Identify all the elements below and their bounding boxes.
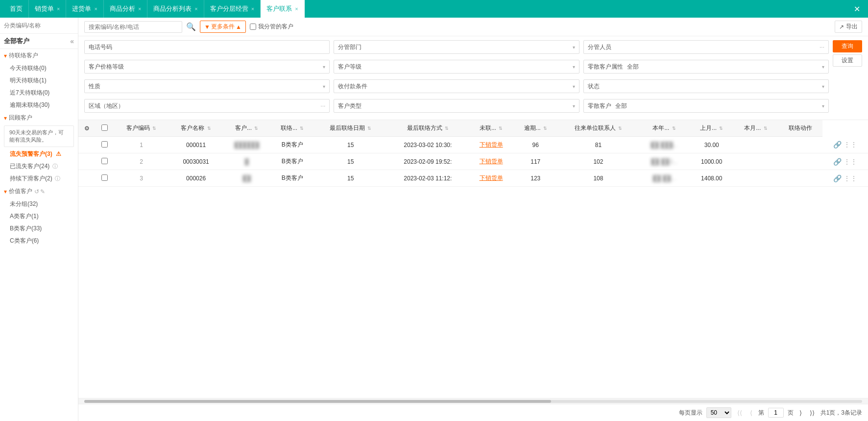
customer-level-arrow-icon: ▾ bbox=[573, 64, 575, 70]
checkbox-col-header[interactable] bbox=[96, 120, 114, 137]
tab-product-analysis[interactable]: 商品分析 × bbox=[104, 0, 147, 18]
overdue-col-header[interactable]: 逾期... ⇅ bbox=[513, 120, 557, 137]
sidebar-lost-customers[interactable]: ▾ 回顾客户 bbox=[0, 111, 78, 124]
page-number-input[interactable] bbox=[768, 408, 784, 418]
nature-field[interactable]: 性质 ▾ bbox=[84, 79, 330, 93]
sidebar-item-overdue-pending[interactable]: 逾期未联络(30) bbox=[0, 99, 78, 111]
prev-page-button[interactable]: ⟨ bbox=[748, 408, 754, 418]
sidebar-collapse-btn[interactable]: « bbox=[70, 37, 74, 45]
tab-customer-layer[interactable]: 客户分层经营 × bbox=[204, 0, 261, 18]
customer-level-field[interactable]: 客户等级 ▾ bbox=[334, 60, 579, 74]
sidebar-all-customers[interactable]: 全部客户 « bbox=[0, 34, 78, 49]
refresh-icon[interactable]: ↺ bbox=[34, 188, 39, 195]
next-page-button[interactable]: ⟩ bbox=[797, 408, 804, 418]
close-customer-contact-tab[interactable]: × bbox=[295, 6, 298, 12]
filter-search-input[interactable] bbox=[84, 21, 182, 33]
phone-input[interactable] bbox=[116, 44, 325, 50]
last-date-col-header[interactable]: 最后联络日期 ⇅ bbox=[314, 120, 387, 137]
area-field[interactable]: 区域（地区） ··· bbox=[84, 99, 330, 113]
select-all-checkbox[interactable] bbox=[101, 124, 108, 131]
row-checkbox-cell[interactable] bbox=[96, 137, 114, 153]
dept-field[interactable]: 分管部门 ▾ bbox=[334, 40, 579, 54]
close-sales-tab[interactable]: × bbox=[57, 6, 60, 12]
query-button[interactable]: 查询 bbox=[833, 40, 862, 52]
contact-col-header[interactable]: 联络... ⇅ bbox=[270, 120, 314, 137]
level-col-header[interactable]: 客户... ⇅ bbox=[223, 120, 270, 137]
not-contacted-col-header[interactable]: 未联... ⇅ bbox=[469, 120, 513, 137]
sidebar-item-ungrouped[interactable]: 未分组(32) bbox=[0, 198, 78, 210]
row-action-menu-1[interactable]: ⋮⋮ bbox=[844, 158, 857, 166]
row-action-link-0[interactable]: 🔗 bbox=[833, 141, 842, 149]
row-checkbox-0[interactable] bbox=[101, 141, 108, 148]
customer-type-field[interactable]: 客户类型 ▾ bbox=[334, 99, 579, 113]
close-customer-layer-tab[interactable]: × bbox=[251, 6, 254, 12]
row-checkbox-cell[interactable] bbox=[96, 170, 114, 187]
person-field[interactable]: 分管人员 ··· bbox=[583, 40, 829, 54]
sidebar-search-input[interactable] bbox=[4, 22, 77, 29]
status-field[interactable]: 状态 ▾ bbox=[583, 79, 829, 93]
payment-field[interactable]: 收付款条件 ▾ bbox=[334, 79, 579, 93]
name-col-header[interactable]: 客户名称 ⇅ bbox=[169, 120, 223, 137]
row-action-link-2[interactable]: 🔗 bbox=[833, 174, 842, 182]
sidebar-item-7days-pending[interactable]: 近7天待联络(0) bbox=[0, 87, 78, 99]
tab-customer-contact[interactable]: 客户联系 × bbox=[261, 0, 304, 18]
sidebar-item-c-class[interactable]: C类客户(6) bbox=[0, 235, 78, 247]
row-last-method-2[interactable]: 下销货单 bbox=[469, 170, 513, 187]
edit-icon[interactable]: ✎ bbox=[40, 188, 45, 195]
sidebar: 🔍 全部客户 « ▾ 待联络客户 今天待联络(0) 明天待联络(1) 近7天待联… bbox=[0, 18, 78, 421]
sidebar-pending-contact[interactable]: ▾ 待联络客户 bbox=[0, 49, 78, 62]
retail-customer-field[interactable]: 零散客户 全部 ▾ bbox=[583, 99, 829, 113]
code-col-header[interactable]: 客户编码 ⇅ bbox=[114, 120, 169, 137]
tab-purchase[interactable]: 进货单 × bbox=[66, 0, 103, 18]
my-customers-checkbox[interactable] bbox=[250, 24, 256, 30]
settings-col-header[interactable]: ⚙ bbox=[78, 120, 96, 137]
sidebar-item-b-class[interactable]: B类客户(33) bbox=[0, 223, 78, 235]
this-year-sort-icon: ⇅ bbox=[672, 126, 676, 131]
close-product-analysis-tab[interactable]: × bbox=[138, 6, 141, 12]
sidebar-item-tomorrow-pending[interactable]: 明天待联络(1) bbox=[0, 74, 78, 87]
row-checkbox-2[interactable] bbox=[101, 174, 108, 181]
sidebar-item-already-lost[interactable]: 已流失客户(24) ⓘ bbox=[0, 160, 78, 173]
first-page-button[interactable]: ⟨⟨ bbox=[735, 408, 744, 418]
filter-search-button[interactable]: 🔍 bbox=[186, 22, 196, 31]
row-last-method-0[interactable]: 下销货单 bbox=[469, 137, 513, 153]
contact-person-col-header[interactable]: 往来单位联系人 ⇅ bbox=[557, 120, 639, 137]
filter-more-conditions-btn[interactable]: ▼ 更多条件 ▲ bbox=[200, 21, 246, 33]
export-button[interactable]: ↗ 导出 bbox=[835, 21, 862, 33]
sidebar-item-a-class[interactable]: A类客户(1) bbox=[0, 210, 78, 223]
close-product-list-tab[interactable]: × bbox=[194, 6, 197, 12]
row-code-0: 000011 bbox=[169, 137, 223, 153]
row-checkbox-1[interactable] bbox=[101, 158, 108, 164]
tab-sales[interactable]: 销货单 × bbox=[29, 0, 66, 18]
scrollbar-thumb[interactable] bbox=[84, 400, 551, 403]
credit-attr-field[interactable]: 零散客户属性 全部 ▾ bbox=[583, 60, 829, 74]
sidebar-item-lost-warning[interactable]: 流失预警客户(3) ⚠ bbox=[0, 148, 78, 160]
row-action-link-1[interactable]: 🔗 bbox=[833, 158, 842, 166]
last-month-col-header[interactable]: 上月... ⇅ bbox=[690, 120, 734, 137]
this-year-col-header[interactable]: 本年... ⇅ bbox=[639, 120, 690, 137]
this-month-col-header[interactable]: 本月... ⇅ bbox=[734, 120, 778, 137]
row-last-method-1[interactable]: 下销货单 bbox=[469, 153, 513, 170]
window-close-button[interactable]: ✕ bbox=[850, 4, 864, 14]
sidebar-item-today-pending[interactable]: 今天待联络(0) bbox=[0, 62, 78, 74]
scrollbar-track[interactable] bbox=[84, 400, 862, 403]
code-sort-icon: ⇅ bbox=[152, 126, 156, 131]
price-level-arrow-icon: ▾ bbox=[323, 64, 325, 70]
sidebar-item-declining[interactable]: 持续下滑客户(2) ⓘ bbox=[0, 173, 78, 185]
phone-field[interactable]: 电话号码 bbox=[84, 40, 330, 54]
settings-col-icon[interactable]: ⚙ bbox=[84, 125, 90, 132]
filter-my-customers[interactable]: 我分管的客户 bbox=[250, 23, 293, 31]
horizontal-scrollbar[interactable] bbox=[78, 398, 868, 404]
per-page-select[interactable]: 50 100 200 bbox=[706, 407, 731, 418]
close-purchase-tab[interactable]: × bbox=[94, 6, 97, 12]
sidebar-value-customers[interactable]: ▾ 价值客户 ↺ ✎ bbox=[0, 185, 78, 198]
adv-settings-button[interactable]: 设置 bbox=[833, 54, 862, 67]
last-method-col-header[interactable]: 最后联络方式 ⇅ bbox=[387, 120, 469, 137]
row-checkbox-cell[interactable] bbox=[96, 153, 114, 170]
price-level-field[interactable]: 客户价格等级 ▾ bbox=[84, 60, 330, 74]
row-action-menu-0[interactable]: ⋮⋮ bbox=[844, 141, 857, 149]
row-action-menu-2[interactable]: ⋮⋮ bbox=[844, 174, 857, 182]
last-page-button[interactable]: ⟩⟩ bbox=[808, 408, 817, 418]
tab-home[interactable]: 首页 bbox=[4, 0, 29, 18]
tab-product-list[interactable]: 商品分析列表 × bbox=[147, 0, 204, 18]
